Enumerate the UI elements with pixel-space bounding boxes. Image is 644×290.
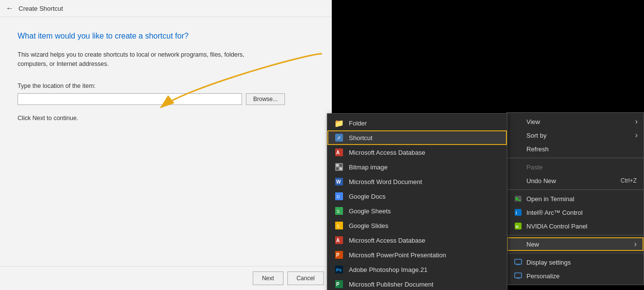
context-menu-intel-label: Intel® Arc™ Control bbox=[526, 209, 583, 216]
location-input-row: Browse... bbox=[18, 93, 314, 105]
new-submenu-access2-label: Microsoft Access Database bbox=[349, 237, 425, 244]
svg-text:S: S bbox=[337, 224, 340, 228]
new-submenu-gslides[interactable]: S Google Slides bbox=[327, 218, 507, 233]
svg-text:W: W bbox=[336, 179, 341, 185]
dialog-content: What item would you like to create a sho… bbox=[0, 17, 332, 266]
svg-text:D: D bbox=[337, 194, 340, 199]
separator-4 bbox=[507, 253, 644, 253]
nvidia-icon: N bbox=[514, 222, 523, 230]
context-menu-view[interactable]: View bbox=[507, 115, 644, 128]
word-icon: W bbox=[334, 177, 344, 186]
photoshop-icon: Ps bbox=[334, 265, 344, 274]
svg-rect-8 bbox=[336, 167, 339, 170]
new-submenu-ppt[interactable]: P Microsoft PowerPoint Presentation bbox=[327, 248, 507, 262]
access2-icon: A bbox=[334, 235, 344, 245]
separator-2 bbox=[507, 189, 644, 190]
location-label: Type the location of the item: bbox=[18, 83, 314, 89]
new-submenu-gslides-label: Google Slides bbox=[349, 222, 388, 229]
new-submenu-photoshop-label: Adobe Photoshop Image.21 bbox=[349, 266, 427, 273]
new-icon bbox=[514, 240, 523, 249]
personalize-icon bbox=[514, 271, 523, 280]
new-submenu-access-db2[interactable]: A Microsoft Access Database bbox=[327, 233, 507, 248]
svg-text:N: N bbox=[516, 225, 519, 229]
context-menu-sort-label: Sort by bbox=[526, 132, 546, 139]
bitmap-icon bbox=[334, 162, 344, 172]
context-menu-terminal-label: Open in Terminal bbox=[526, 195, 574, 203]
undo-shortcut: Ctrl+Z bbox=[621, 177, 637, 184]
new-submenu-folder[interactable]: 📁 Folder bbox=[327, 116, 507, 130]
svg-text:⇗: ⇗ bbox=[337, 135, 341, 141]
gslides-icon: S bbox=[334, 221, 344, 230]
dialog-title: Create Shortcut bbox=[19, 5, 63, 12]
context-menu-nvidia[interactable]: N NVIDIA Control Panel bbox=[507, 219, 644, 233]
gsheets-icon: S bbox=[334, 206, 344, 216]
new-submenu-word[interactable]: W Microsoft Word Document bbox=[327, 174, 507, 189]
refresh-icon bbox=[514, 145, 523, 153]
new-submenu-gdocs[interactable]: D Google Docs bbox=[327, 189, 507, 204]
display-icon bbox=[514, 258, 523, 267]
context-menu-display[interactable]: Display settings bbox=[507, 255, 644, 269]
separator-1 bbox=[507, 158, 644, 158]
intel-icon: i bbox=[514, 208, 523, 217]
new-submenu-word-label: Microsoft Word Document bbox=[349, 178, 422, 186]
context-menu-new-label: New bbox=[526, 241, 539, 248]
svg-rect-42 bbox=[515, 259, 522, 264]
context-menu-sort-by[interactable]: Sort by bbox=[507, 128, 644, 142]
cancel-button[interactable]: Cancel bbox=[287, 271, 324, 285]
terminal-icon bbox=[514, 194, 523, 203]
context-menu-refresh-label: Refresh bbox=[526, 145, 549, 153]
browse-button[interactable]: Browse... bbox=[246, 93, 285, 105]
dialog-footer: Next Cancel bbox=[0, 266, 332, 290]
context-menu-intel[interactable]: i Intel® Arc™ Control bbox=[507, 206, 644, 219]
context-menu-display-label: Display settings bbox=[526, 259, 571, 266]
new-submenu-gsheets[interactable]: S Google Sheets bbox=[327, 204, 507, 218]
desktop-background: 📁 Folder ⇗ Shortcut A Microsoft Access D… bbox=[332, 0, 644, 290]
new-submenu: 📁 Folder ⇗ Shortcut A Microsoft Access D… bbox=[327, 113, 507, 290]
context-menu-undo-new[interactable]: Undo New Ctrl+Z bbox=[507, 174, 644, 187]
new-submenu-publisher[interactable]: P Microsoft Publisher Document bbox=[327, 277, 507, 290]
context-menu-refresh[interactable]: Refresh bbox=[507, 142, 644, 156]
back-button[interactable]: ← bbox=[6, 4, 14, 13]
ppt-icon: P bbox=[334, 250, 344, 260]
new-submenu-photoshop[interactable]: Ps Adobe Photoshop Image.21 bbox=[327, 262, 507, 277]
context-menu-view-label: View bbox=[526, 118, 540, 125]
context-menu-paste-label: Paste bbox=[526, 164, 543, 171]
dialog-description: This wizard helps you to create shortcut… bbox=[18, 50, 271, 69]
new-submenu-bitmap-label: Bitmap image bbox=[349, 164, 387, 171]
svg-rect-45 bbox=[515, 273, 522, 278]
svg-rect-6 bbox=[336, 164, 339, 166]
context-menu-terminal[interactable]: Open in Terminal bbox=[507, 192, 644, 206]
new-submenu-gdocs-label: Google Docs bbox=[349, 193, 385, 200]
new-submenu-access-label: Microsoft Access Database bbox=[349, 149, 425, 156]
new-submenu-access-db[interactable]: A Microsoft Access Database bbox=[327, 145, 507, 160]
view-icon bbox=[514, 117, 523, 126]
svg-text:Ps: Ps bbox=[336, 268, 342, 272]
new-submenu-shortcut[interactable]: ⇗ Shortcut bbox=[327, 130, 507, 145]
new-submenu-gsheets-label: Google Sheets bbox=[349, 207, 391, 215]
create-shortcut-dialog: ← Create Shortcut What item would you li… bbox=[0, 0, 332, 290]
context-menu-personalize-label: Personalize bbox=[526, 272, 560, 280]
publisher-icon: P bbox=[334, 279, 344, 289]
svg-text:i: i bbox=[516, 210, 517, 215]
svg-rect-9 bbox=[340, 167, 342, 170]
next-button[interactable]: Next bbox=[253, 271, 283, 285]
access-icon: A bbox=[334, 147, 344, 157]
svg-text:A: A bbox=[336, 150, 340, 155]
context-menu-new-item[interactable]: New bbox=[507, 237, 644, 251]
svg-text:S: S bbox=[337, 209, 340, 214]
svg-text:A: A bbox=[336, 238, 340, 243]
svg-text:P: P bbox=[336, 252, 340, 258]
location-input[interactable] bbox=[18, 93, 242, 105]
dialog-heading: What item would you like to create a sho… bbox=[18, 32, 314, 41]
shortcut-icon: ⇗ bbox=[334, 133, 344, 143]
context-menu-paste[interactable]: Paste bbox=[507, 160, 644, 174]
new-submenu-publisher-label: Microsoft Publisher Document bbox=[349, 281, 433, 288]
separator-3 bbox=[507, 235, 644, 235]
new-submenu-ppt-label: Microsoft PowerPoint Presentation bbox=[349, 251, 446, 259]
context-menu-personalize[interactable]: Personalize bbox=[507, 269, 644, 283]
dialog-titlebar: ← Create Shortcut bbox=[0, 0, 332, 17]
new-submenu-bitmap[interactable]: Bitmap image bbox=[327, 160, 507, 174]
gdocs-icon: D bbox=[334, 191, 344, 201]
svg-text:P: P bbox=[336, 282, 340, 287]
click-next-text: Click Next to continue. bbox=[18, 115, 314, 122]
